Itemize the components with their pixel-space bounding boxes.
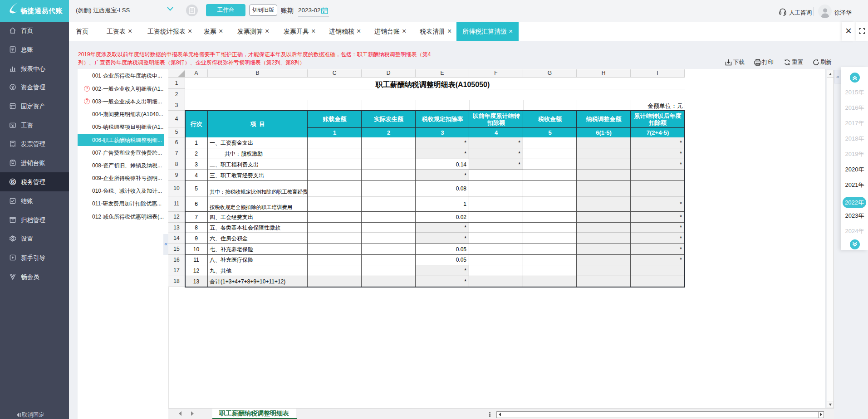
svg-text:税: 税 [10,180,15,184]
